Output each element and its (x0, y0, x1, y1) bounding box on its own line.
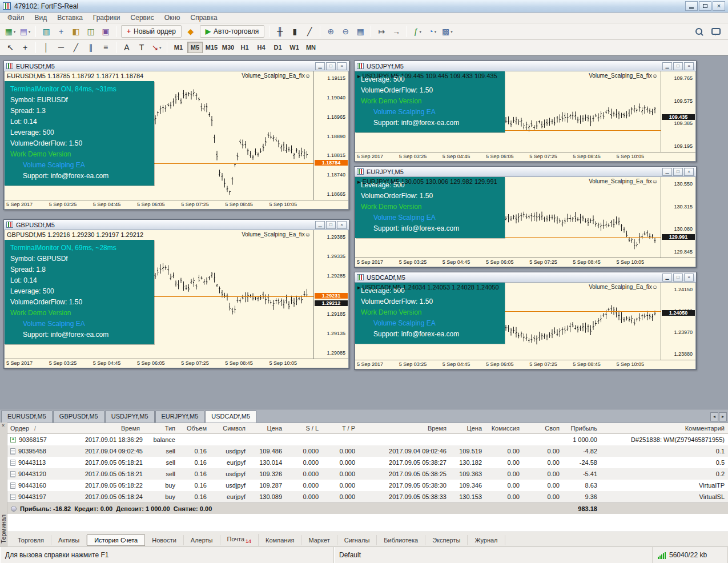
zoom-out-icon[interactable]: ⊖ (338, 25, 353, 38)
metaeditor-icon[interactable]: ◆ (183, 25, 198, 38)
price-scale[interactable]: 1.293851.293351.292851.292351.291851.291… (314, 230, 348, 359)
column-header-13[interactable]: Комментарий (601, 425, 728, 432)
chart-restore-button[interactable]: □ (673, 274, 683, 282)
chart-close-button[interactable]: × (337, 221, 347, 229)
timeframe-m5-button[interactable]: M5 (187, 42, 203, 53)
channel-icon[interactable]: ∥ (83, 41, 98, 54)
terminal-tab-11[interactable]: Журнал (468, 535, 505, 545)
time-scale[interactable]: 5 Sep 20175 Sep 03:255 Sep 04:455 Sep 06… (5, 200, 314, 209)
chart-minimize-button[interactable]: ▁ (315, 221, 325, 229)
column-header-10[interactable]: Комиссия (485, 425, 523, 432)
chart-titlebar[interactable]: USDCADf,M5▁□× (355, 272, 696, 283)
terminal-tab-3[interactable]: Новости (145, 535, 184, 545)
column-header-9[interactable]: Цена (450, 425, 485, 432)
terminal-tab-10[interactable]: Эксперты (425, 535, 468, 545)
chart-restore-button[interactable]: □ (326, 221, 336, 229)
new-order-button[interactable]: +Новый ордер (121, 25, 182, 38)
price-scale[interactable]: 130.550130.315130.080129.845129.991 (661, 177, 695, 258)
chart-plot[interactable]: TerminalMonitor ON, 84ms, ~31msSymbol: E… (5, 71, 314, 200)
window-restore-button[interactable] (699, 1, 711, 11)
time-scale[interactable]: 5 Sep 20175 Sep 03:255 Sep 04:455 Sep 06… (355, 360, 661, 369)
chart-plot[interactable]: Leverage: 500VolumeOrderFlow: 1.50Work D… (355, 177, 661, 258)
window-close-button[interactable]: × (713, 1, 725, 11)
line-chart-icon[interactable]: ╱ (302, 25, 317, 38)
chart-tab-eurjpyf[interactable]: EURJPYf,M5 (155, 411, 205, 423)
fibonacci-icon[interactable]: ≡ (98, 41, 113, 54)
timeframe-m15-button[interactable]: M15 (204, 42, 219, 53)
periods-icon[interactable]: ◔▾ (425, 25, 440, 38)
history-row[interactable]: 904431972017.09.05 05:18:24buy0.16eurjpy… (7, 491, 728, 502)
chat-icon[interactable] (711, 28, 721, 35)
crosshair-icon[interactable]: + (18, 41, 33, 54)
chart-restore-button[interactable]: □ (326, 62, 336, 70)
chart-minimize-button[interactable]: ▁ (662, 62, 672, 70)
search-icon[interactable] (695, 27, 703, 36)
chart-tab-usdcadf[interactable]: USDCADf,M5 (205, 411, 256, 423)
chart-titlebar[interactable]: GBPUSDf,M5▁□× (4, 220, 349, 230)
dropdown-arrow-icon[interactable]: ▾ (29, 30, 31, 34)
time-scale[interactable]: 5 Sep 20175 Sep 03:255 Sep 04:455 Sep 06… (5, 359, 314, 368)
terminal-tab-0[interactable]: Торговля (11, 535, 51, 545)
timeframe-m1-button[interactable]: M1 (171, 42, 186, 53)
price-scale[interactable]: 1.191151.190401.189651.188901.188151.187… (314, 71, 348, 200)
chart-close-button[interactable]: × (337, 62, 347, 70)
chart-plot[interactable]: Leverage: 500VolumeOrderFlow: 1.50Work D… (355, 71, 661, 152)
horizontal-line-icon[interactable]: ─ (54, 41, 69, 54)
chart-tab-gbpusdf[interactable]: GBPUSDf,M5 (53, 411, 104, 423)
column-header-7[interactable]: T / P (322, 425, 359, 432)
terminal-close-icon[interactable]: × (2, 423, 5, 428)
chart-restore-button[interactable]: □ (673, 62, 683, 70)
menu-window[interactable]: Окно (159, 13, 186, 23)
chart-titlebar[interactable]: EURUSDf,M5▁□× (4, 61, 349, 71)
chart-close-button[interactable]: × (684, 274, 694, 282)
chart-tab-eurusdf[interactable]: EURUSDf,M5 (1, 411, 53, 423)
column-header-1[interactable]: Время (82, 425, 143, 432)
column-header-4[interactable]: Символ (210, 425, 249, 432)
column-header-5[interactable]: Цена (249, 425, 285, 432)
time-scale[interactable]: 5 Sep 20175 Sep 03:255 Sep 04:455 Sep 06… (355, 152, 661, 161)
chart-minimize-button[interactable]: ▁ (662, 168, 672, 176)
chart-titlebar[interactable]: USDJPYf,M5▁□× (355, 61, 696, 71)
dropdown-arrow-icon[interactable]: ▾ (435, 30, 437, 34)
dropdown-arrow-icon[interactable]: ▾ (419, 30, 421, 34)
status-profile[interactable]: Default (334, 547, 653, 563)
timeframe-h4-button[interactable]: H4 (254, 42, 269, 53)
column-header-0[interactable]: Ордер/ (7, 425, 82, 432)
arrows-tool-icon[interactable]: ↘▾ (149, 41, 164, 54)
terminal-tab-4[interactable]: Алерты (184, 535, 220, 545)
auto-scroll-icon[interactable]: ↦ (374, 25, 389, 38)
menu-help[interactable]: Справка (186, 13, 223, 23)
candlesticks-icon[interactable]: ▮ (287, 25, 302, 38)
window-minimize-button[interactable] (685, 1, 698, 11)
terminal-panel-icon[interactable]: ◫ (83, 25, 98, 38)
timeframe-d1-button[interactable]: D1 (270, 42, 285, 53)
history-row[interactable]: 903681572017.09.01 18:36:29balance1 000.… (7, 434, 728, 445)
history-row[interactable]: 903954582017.09.04 09:02:45sell0.16usdjp… (7, 445, 728, 457)
chart-titlebar[interactable]: EURJPYf,M5▁□× (355, 167, 696, 177)
terminal-tab-8[interactable]: Сигналы (337, 535, 377, 545)
cursor-icon[interactable]: ↖ (3, 41, 18, 54)
menu-insert[interactable]: Вставка (52, 13, 88, 23)
ohlc-bars-icon[interactable]: ╫ (272, 25, 287, 38)
column-header-12[interactable]: Прибыль (563, 425, 601, 432)
market-watch-icon[interactable]: ▥ (39, 25, 54, 38)
history-row[interactable]: 904431602017.09.05 05:18:22buy0.16usdjpy… (7, 480, 728, 491)
text-tool-icon[interactable]: A (119, 41, 134, 54)
menu-service[interactable]: Сервис (126, 13, 159, 23)
new-chart-icon[interactable]: ▦▾ (3, 25, 18, 38)
column-header-11[interactable]: Своп (523, 425, 563, 432)
terminal-tab-9[interactable]: Библиотека (377, 535, 425, 545)
time-scale[interactable]: 5 Sep 20175 Sep 03:255 Sep 04:455 Sep 06… (355, 258, 661, 267)
strategy-tester-icon[interactable]: ▣ (98, 25, 113, 38)
vertical-line-icon[interactable]: │ (39, 41, 54, 54)
column-header-3[interactable]: Объем (179, 425, 210, 432)
chart-minimize-button[interactable]: ▁ (662, 274, 672, 282)
terminal-tab-2[interactable]: История Счета (87, 534, 145, 546)
templates-icon[interactable]: ▩▾ (440, 25, 455, 38)
navigator-icon[interactable]: ◧ (69, 25, 83, 38)
chart-tab-usdjpyf[interactable]: USDJPYf,M5 (105, 411, 155, 423)
history-row[interactable]: 904431202017.09.05 05:18:21sell0.16usdjp… (7, 468, 728, 480)
label-tool-icon[interactable]: T (134, 41, 149, 54)
scroll-left-icon[interactable]: ◂ (710, 412, 718, 421)
autotrade-button[interactable]: ▶Авто-торговля (200, 25, 264, 38)
